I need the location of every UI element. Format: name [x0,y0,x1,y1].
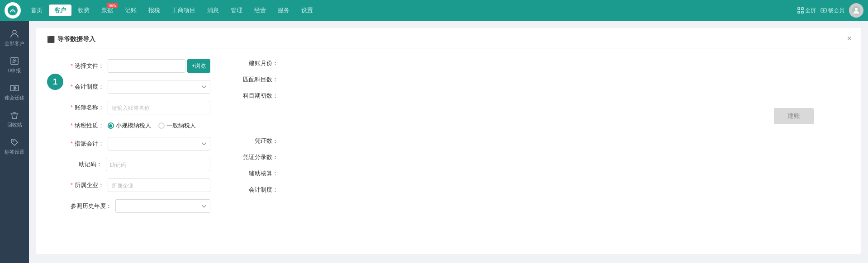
general-label: 一般纳税人 [166,122,196,130]
assign-accountant-row: * 指派会计： [71,137,210,150]
nav-item-manage[interactable]: 管理 [225,5,248,16]
sidebar-item-recycle[interactable]: 回收站 [0,107,29,132]
voucher-entries-label: 凭证分录数： [237,153,278,161]
subject-init-row: 科目期初数： [237,92,850,100]
fullscreen-btn[interactable]: 全屏 [797,7,816,14]
small-scale-label: 小规模纳税人 [116,122,151,130]
tax-radio-group: 小规模纳税人 一般纳税人 [108,122,196,130]
sidebar-item-zero-report[interactable]: 0申报 [0,52,29,78]
svg-point-8 [855,8,858,10]
sidebar: 全部客户 0申报 账套迁移 回收站 [0,21,29,263]
ref-year-row: 参照历史年度： [71,199,210,213]
ref-year-select[interactable] [115,199,210,213]
match-subject-label: 匹配科目数： [237,75,278,84]
nav-right: 全屏 畅会员 [797,3,863,18]
form-body: 1 * 选择文件： +浏览 [47,59,850,220]
match-subject-row: 匹配科目数： [237,75,850,84]
general-dot [158,122,165,129]
panel-header: ⬛ 导爷数据导入 [47,35,850,48]
belong-company-label: * 所属企业： [71,181,104,189]
voucher-entries-row: 凭证分录数： [237,153,850,161]
sidebar-item-all-customers[interactable]: 全部客户 [0,25,29,51]
browse-button[interactable]: +浏览 [187,59,210,73]
memo-input[interactable] [106,158,210,171]
tax-type-row: * 纳税性质： 小规模纳税人 一般纳税人 [71,122,210,130]
svg-point-9 [13,30,16,34]
assign-accountant-select[interactable] [108,137,210,150]
accounting-system-label: * 会计制度： [71,83,104,91]
general-radio[interactable]: 一般纳税人 [158,122,196,130]
nav-item-message[interactable]: 消息 [202,5,224,16]
close-button[interactable]: × [847,34,852,42]
nav-item-operation[interactable]: 经营 [249,5,271,16]
svg-rect-13 [15,85,19,91]
right-panel: 建账月份： 匹配科目数： 科目期初数： 建账 [228,59,850,220]
top-nav: 首页 客户 收费 票据 new 记账 报税 工商项目 消息 管理 经营 服务 设… [0,0,868,21]
sidebar-item-tag-settings[interactable]: 标签设置 [0,134,29,159]
account-book-label: * 账簿名称： [71,103,104,112]
small-scale-radio[interactable]: 小规模纳税人 [108,122,151,130]
nav-item-bookkeeping[interactable]: 记账 [119,5,142,16]
build-account-button[interactable]: 建账 [774,108,814,124]
nav-items: 首页 客户 收费 票据 new 记账 报税 工商项目 消息 管理 经营 服务 设… [25,5,797,16]
nav-item-invoice[interactable]: 票据 new [96,5,119,16]
assign-accountant-label: * 指派会计： [71,140,104,148]
belong-company-row: * 所属企业： [71,178,210,192]
nav-item-service[interactable]: 服务 [272,5,295,16]
new-badge: new [107,3,118,8]
account-book-input[interactable] [108,101,210,114]
tax-type-label: * 纳税性质： [71,122,104,130]
nav-item-home[interactable]: 首页 [25,5,48,16]
memo-row: 助记码： [71,158,210,171]
aux-account-label: 辅助核算： [237,169,278,178]
svg-point-14 [13,141,14,142]
svg-point-11 [14,59,15,61]
svg-rect-4 [798,11,800,13]
vip-btn[interactable]: 畅会员 [821,7,844,14]
belong-company-input[interactable] [108,178,210,192]
build-month-row: 建账月份： [237,59,850,67]
accounting-system-select[interactable] [108,80,210,94]
svg-rect-12 [10,85,14,91]
svg-rect-2 [798,8,800,9]
right-info-section: 建账月份： 匹配科目数： 科目期初数： 建账 [237,59,850,194]
ref-year-label: 参照历史年度： [71,202,112,210]
aux-account-row: 辅助核算： [237,169,850,178]
svg-point-1 [12,10,14,12]
panel-title: 导爷数据导入 [57,35,95,43]
user-avatar[interactable] [849,3,863,18]
svg-rect-3 [802,8,803,9]
build-month-label: 建账月份： [237,59,278,67]
step-badge: 1 [47,74,63,90]
nav-item-tax[interactable]: 报税 [143,5,166,16]
svg-rect-5 [802,11,803,13]
select-file-label: * 选择文件： [71,62,104,70]
import-icon: ⬛ [47,36,55,43]
nav-item-settings[interactable]: 设置 [296,5,318,16]
right-accounting-system-row: 会计制度： [237,186,850,194]
main-panel: ⬛ 导爷数据导入 × 1 * 选择文件 [36,28,861,254]
file-input-group: +浏览 [108,59,210,73]
memo-label: 助记码： [71,160,102,169]
account-book-row: * 账簿名称： [71,101,210,114]
nav-item-fee[interactable]: 收费 [72,5,95,16]
sidebar-item-account-migrate[interactable]: 账套迁移 [0,80,29,105]
accounting-system-row: * 会计制度： [71,80,210,94]
voucher-count-label: 凭证数： [237,137,278,145]
nav-item-customer[interactable]: 客户 [49,5,71,16]
select-file-row: * 选择文件： +浏览 [71,59,210,73]
small-scale-dot [108,122,114,129]
main-layout: 全部客户 0申报 账套迁移 回收站 [0,21,868,263]
subject-init-label: 科目期初数： [237,92,278,100]
nav-item-business[interactable]: 工商项目 [166,5,201,16]
voucher-count-row: 凭证数： [237,137,850,145]
content-area: ⬛ 导爷数据导入 × 1 * 选择文件 [29,21,868,263]
nav-logo[interactable] [5,2,21,19]
file-input[interactable] [108,59,185,73]
right-accounting-system-label: 会计制度： [237,186,278,194]
